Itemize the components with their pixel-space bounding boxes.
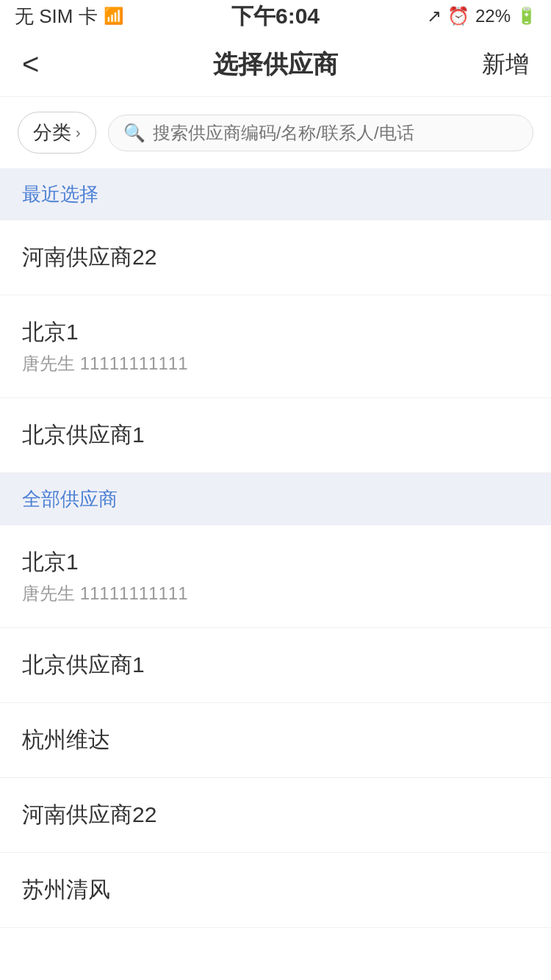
status-time: 下午6:04 <box>231 1 320 32</box>
recent-list-item[interactable]: 北京供应商1 <box>0 398 551 473</box>
item-name: 北京1 <box>22 317 529 347</box>
item-name: 北京1 <box>22 547 529 577</box>
no-sim-text: 无 SIM 卡 <box>15 4 98 29</box>
recent-items-list: 河南供应商22北京1唐先生 11111111111北京供应商1 <box>0 220 551 473</box>
item-sub: 唐先生 11111111111 <box>22 352 529 375</box>
item-name: 北京供应商1 <box>22 650 529 680</box>
back-button[interactable]: < <box>22 48 81 81</box>
status-bar: 无 SIM 卡 📶 下午6:04 ↗ ⏰ 22% 🔋 <box>0 0 551 32</box>
all-section-header: 全部供应商 <box>0 473 551 525</box>
location-icon: ↗ <box>427 6 442 26</box>
all-items-list: 北京1唐先生 11111111111北京供应商1杭州维达河南供应商22苏州清风 <box>0 525 551 928</box>
all-list-item[interactable]: 北京供应商1 <box>0 628 551 703</box>
item-name: 苏州清风 <box>22 875 529 905</box>
recent-section-header: 最近选择 <box>0 168 551 220</box>
item-name: 河南供应商22 <box>22 242 529 273</box>
item-name: 河南供应商22 <box>22 800 529 830</box>
battery-text: 22% <box>475 6 511 26</box>
recent-list-item[interactable]: 河南供应商22 <box>0 220 551 295</box>
chevron-right-icon: › <box>76 124 81 141</box>
recent-section-label: 最近选择 <box>22 183 98 205</box>
all-list-item[interactable]: 河南供应商22 <box>0 778 551 853</box>
add-button[interactable]: 新增 <box>470 48 529 81</box>
status-right: ↗ ⏰ 22% 🔋 <box>427 6 536 26</box>
all-list-item[interactable]: 杭州维达 <box>0 703 551 778</box>
status-left: 无 SIM 卡 📶 <box>15 4 123 29</box>
category-label: 分类 <box>33 120 71 145</box>
nav-bar: < 选择供应商 新增 <box>0 32 551 97</box>
filter-bar: 分类 › 🔍 <box>0 97 551 168</box>
category-filter[interactable]: 分类 › <box>18 112 96 154</box>
search-input[interactable] <box>153 123 518 143</box>
battery-icon: 🔋 <box>516 7 536 26</box>
all-list-item[interactable]: 北京1唐先生 11111111111 <box>0 525 551 628</box>
search-box[interactable]: 🔍 <box>108 115 533 151</box>
recent-list-item[interactable]: 北京1唐先生 11111111111 <box>0 295 551 398</box>
page-title: 选择供应商 <box>213 48 338 82</box>
alarm-icon: ⏰ <box>447 6 469 26</box>
item-name: 杭州维达 <box>22 725 529 755</box>
wifi-icon: 📶 <box>104 7 123 26</box>
item-name: 北京供应商1 <box>22 420 529 450</box>
all-list-item[interactable]: 苏州清风 <box>0 853 551 928</box>
item-sub: 唐先生 11111111111 <box>22 582 529 605</box>
search-icon: 🔍 <box>123 123 145 143</box>
all-section-label: 全部供应商 <box>22 488 118 510</box>
